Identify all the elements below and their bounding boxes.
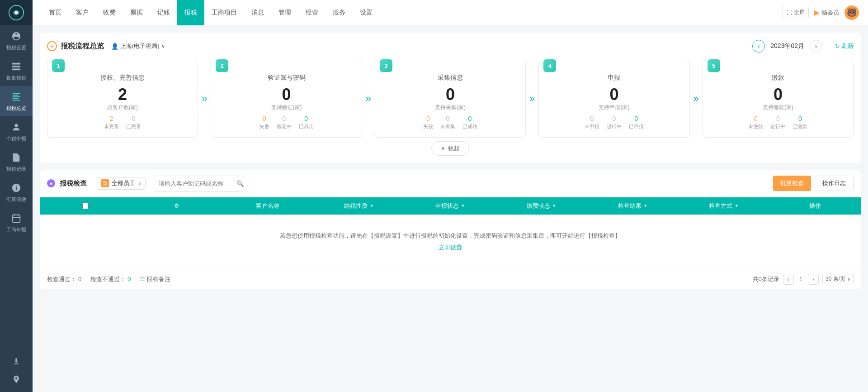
refresh-button[interactable]: ↻ 刷新	[835, 42, 854, 50]
refresh-icon: ↻	[835, 43, 840, 50]
nav-invoices[interactable]: 票据	[123, 0, 150, 25]
collapse-bar: ∧ 收起	[47, 138, 854, 156]
stat-paid: 0 已缴款	[793, 115, 807, 130]
nav-tax[interactable]: 报税	[177, 0, 204, 25]
prev-month-button[interactable]: ‹	[752, 40, 765, 53]
settings-icon: ⚙	[174, 202, 179, 209]
footer-fail-stat: 检查不通过： 0	[90, 275, 131, 283]
th-tax-type: 纳税性质 ▼	[313, 197, 405, 215]
stat-fail: 0 失败	[259, 115, 269, 130]
table-footer: 检查通过： 0 检查不通过： 0 ☰ 囧有备注 共0条记录 ‹ 1 ›	[40, 269, 861, 289]
step-3-num: 3	[380, 59, 392, 72]
th-operations: 操作	[769, 197, 861, 215]
nav-home[interactable]: 首页	[42, 0, 69, 25]
next-page-button[interactable]: ›	[808, 274, 819, 285]
sidebar-location[interactable]	[10, 371, 23, 387]
sidebar-item-batch-tax[interactable]: 批量报税	[0, 56, 33, 86]
step-3-card: 3 采集信息 0 支持采集(家) 0 失败 0 未采集	[375, 60, 526, 138]
chevron-down-icon: ∨	[161, 43, 165, 49]
nav-service[interactable]: 服务	[326, 0, 353, 25]
pass-count-link[interactable]: 0	[78, 276, 81, 282]
sidebar-item-settlement[interactable]: 汇算清缴	[0, 177, 33, 207]
select-all-checkbox[interactable]	[82, 203, 89, 209]
process-location[interactable]: 👤 上海(电子税局) ∨	[111, 42, 165, 50]
th-check-method: 检查方式 ▼	[678, 197, 769, 215]
notes-icon: ☰	[140, 276, 145, 282]
nav-management[interactable]: 管理	[271, 0, 298, 25]
step-2-sub: 支持验证(家)	[271, 104, 302, 111]
step-2-title: 验证账号密码	[268, 74, 306, 82]
tax-settings-icon	[10, 30, 23, 43]
fullscreen-button[interactable]: ⛶ 全屏	[783, 7, 809, 18]
sidebar: 报税设置 批量报税 报税总览 个税申报 报税记录 汇算清缴 工商	[0, 0, 33, 392]
employee-selector-badge: 员	[101, 179, 109, 187]
step-1-title: 授权、完善信息	[100, 74, 145, 82]
chevron-down-icon: ∨	[847, 277, 850, 282]
step-4-count: 0	[609, 86, 618, 104]
filter-icon[interactable]: ▼	[461, 203, 465, 208]
fail-count-link[interactable]: 0	[127, 276, 131, 282]
sidebar-item-tax-settings[interactable]: 报税设置	[0, 25, 33, 56]
next-month-button[interactable]: ›	[810, 40, 822, 53]
arrow-3-4: »	[526, 60, 538, 138]
sidebar-item-tax-overview[interactable]: 报税总览	[0, 86, 33, 116]
content-area: + 报税流程总览 👤 上海(电子税局) ∨ ‹ 2023年02月 › ↻ 刷新	[33, 25, 868, 392]
nav-messages[interactable]: 消息	[244, 0, 271, 25]
stat-uncollected: 0 未采集	[440, 115, 455, 130]
process-header: + 报税流程总览 👤 上海(电子税局) ∨ ‹ 2023年02月 › ↻ 刷新	[47, 40, 854, 53]
nav-settings[interactable]: 设置	[353, 0, 380, 25]
batch-check-button[interactable]: 批量检查	[773, 176, 811, 191]
filter-icon[interactable]: ▼	[369, 203, 374, 208]
nav-accounting[interactable]: 记账	[150, 0, 177, 25]
arrow-4-5: »	[690, 60, 703, 138]
sidebar-download[interactable]	[10, 353, 23, 369]
step-2-num: 2	[216, 59, 228, 72]
prev-page-button[interactable]: ‹	[783, 274, 794, 285]
search-input[interactable]	[159, 180, 235, 187]
header-right-buttons: 批量检查 操作日志	[773, 176, 854, 191]
step-5-count: 0	[774, 86, 783, 104]
table-header: ⚙ 客户名称 纳税性质 ▼ 申报状态 ▼ 缴费状态 ▼	[40, 197, 861, 215]
vip-button[interactable]: ▶ 畅会员	[814, 8, 839, 17]
check-title-icon: ●	[47, 179, 55, 187]
svg-rect-2	[12, 63, 20, 65]
process-date: 2023年02月	[770, 42, 804, 50]
process-nav: ‹ 2023年02月 › ↻ 刷新	[752, 40, 854, 53]
footer-notes: ☰ 囧有备注	[140, 275, 170, 283]
vip-icon: ▶	[814, 8, 820, 17]
step-3-count: 0	[446, 86, 455, 104]
step-4-title: 申报	[608, 74, 620, 82]
filter-icon[interactable]: ▼	[552, 203, 557, 208]
process-overview-card: + 报税流程总览 👤 上海(电子税局) ∨ ‹ 2023年02月 › ↻ 刷新	[40, 33, 861, 163]
step-1-stats: 2 未完善 0 已完善	[104, 115, 141, 130]
nav-operations[interactable]: 经营	[298, 0, 326, 25]
step-2-stats: 0 失败 0 验证中 0 已成功	[259, 115, 314, 130]
arrow-1-2: »	[198, 60, 211, 138]
sidebar-item-label: 报税总览	[6, 105, 26, 112]
table-empty-body: 若您想使用报税检查功能，请先在【报税设置】中进行报税的初始化设置，完成密码验证和…	[40, 215, 861, 269]
setup-link[interactable]: 立即设置	[439, 244, 462, 251]
user-avatar[interactable]: 🐻	[844, 5, 859, 20]
step-4-num: 4	[543, 59, 556, 72]
sidebar-item-personal-tax[interactable]: 个税申报	[0, 116, 33, 147]
footer-right: 共0条记录 ‹ 1 › 30 条/页 ∨	[753, 274, 854, 285]
filter-icon[interactable]: ▼	[734, 203, 739, 208]
step-1-count: 2	[118, 86, 127, 104]
sidebar-item-tax-records[interactable]: 报税记录	[0, 147, 33, 177]
nav-business[interactable]: 工商项目	[204, 0, 244, 25]
search-container: 🔍	[154, 176, 244, 191]
search-button[interactable]: 🔍	[235, 178, 246, 189]
per-page-selector[interactable]: 30 条/页 ∨	[822, 274, 854, 284]
collapse-button[interactable]: ∧ 收起	[431, 141, 469, 156]
collapse-icon: ∧	[441, 145, 445, 152]
employee-selector[interactable]: 员 全部员工 ∨	[97, 177, 146, 190]
sidebar-item-annual-report[interactable]: 工商年报	[0, 207, 33, 238]
stat-verifying: 0 验证中	[277, 115, 292, 130]
batch-tax-icon	[10, 60, 23, 73]
filter-icon[interactable]: ▼	[643, 203, 648, 208]
ops-log-button[interactable]: 操作日志	[815, 176, 854, 191]
nav-clients[interactable]: 客户	[69, 0, 96, 25]
nav-fees[interactable]: 收费	[96, 0, 123, 25]
step-2-card: 2 验证账号密码 0 支持验证(家) 0 失败 0 验证中	[211, 60, 362, 138]
chevron-down-icon: ∨	[138, 181, 142, 186]
